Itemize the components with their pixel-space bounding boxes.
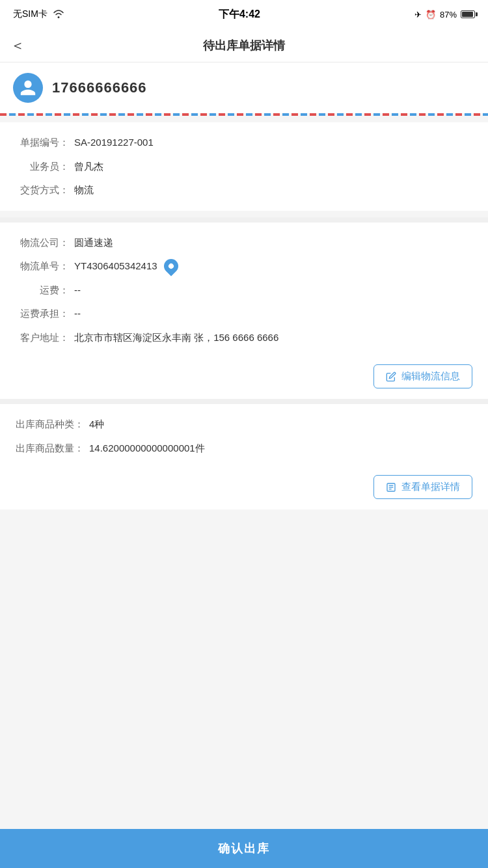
goods-quantity-row: 出库商品数量： 14.62000000000000001件: [16, 441, 472, 456]
location-status-icon: ✈: [414, 10, 422, 20]
detail-btn-label: 查看单据详情: [401, 481, 460, 493]
freight-bearer-value: --: [74, 306, 472, 321]
freight-label: 运费：: [16, 283, 74, 298]
document-number-row: 单据编号： SA-20191227-001: [16, 135, 472, 150]
divider-1: [0, 217, 488, 223]
salesman-value: 曾凡杰: [74, 159, 472, 174]
goods-types-label: 出库商品种类：: [16, 417, 89, 432]
tracking-row: 物流单号： YT4306405342413: [16, 259, 472, 274]
status-time: 下午4:42: [219, 8, 260, 21]
company-value: 圆通速递: [74, 236, 472, 251]
status-right: ✈ ⏰ 87%: [414, 10, 475, 20]
document-icon: [386, 482, 396, 493]
freight-value: --: [74, 283, 472, 298]
goods-types-row: 出库商品种类： 4种: [16, 417, 472, 432]
avatar-icon: [19, 79, 37, 97]
delivery-row: 交货方式： 物流: [16, 183, 472, 198]
document-value: SA-20191227-001: [74, 135, 472, 150]
wifi-icon: [53, 9, 64, 20]
dashed-separator: [0, 113, 488, 116]
freight-bearer-label: 运费承担：: [16, 306, 74, 321]
company-label: 物流公司：: [16, 236, 74, 251]
user-avatar: [13, 73, 43, 103]
user-header: 17666666666: [0, 62, 488, 113]
view-detail-button[interactable]: 查看单据详情: [373, 475, 472, 499]
map-location-icon[interactable]: [161, 256, 181, 277]
confirm-button[interactable]: 确认出库: [13, 841, 475, 856]
goods-section: 出库商品种类： 4种 出库商品数量： 14.62000000000000001件: [0, 404, 488, 468]
delivery-label: 交货方式：: [16, 183, 74, 198]
logistics-section: 物流公司： 圆通速递 物流单号： YT4306405342413 运费： -- …: [0, 223, 488, 359]
logistics-company-row: 物流公司： 圆通速递: [16, 236, 472, 251]
goods-quantity-label: 出库商品数量：: [16, 441, 89, 456]
status-left: 无SIM卡: [13, 8, 64, 20]
divider-2: [0, 399, 488, 404]
page-title: 待出库单据详情: [203, 38, 285, 53]
battery-label: 87%: [440, 10, 457, 20]
salesman-label: 业务员：: [16, 159, 74, 174]
freight-row: 运费： --: [16, 283, 472, 298]
tracking-value: YT4306405342413: [74, 259, 157, 274]
nav-bar: ＜ 待出库单据详情: [0, 29, 488, 62]
freight-bearer-row: 运费承担： --: [16, 306, 472, 321]
alarm-icon: ⏰: [426, 10, 436, 20]
goods-quantity-value: 14.62000000000000001件: [89, 441, 472, 456]
confirm-btn-container: 确认出库: [0, 829, 488, 868]
basic-info-section: 单据编号： SA-20191227-001 业务员： 曾凡杰 交货方式： 物流: [0, 122, 488, 211]
edit-btn-label: 编辑物流信息: [401, 370, 460, 383]
edit-icon: [386, 372, 396, 382]
logistics-outer: 物流公司： 圆通速递 物流单号： YT4306405342413 运费： -- …: [0, 223, 488, 400]
address-value: 北京市市辖区海淀区永丰南 张，156 6666 6666: [74, 331, 472, 346]
tracking-label: 物流单号：: [16, 259, 74, 274]
battery-icon: [461, 10, 475, 18]
detail-btn-row: 查看单据详情: [0, 468, 488, 509]
back-button[interactable]: ＜: [10, 36, 25, 55]
delivery-value: 物流: [74, 183, 472, 198]
user-phone: 17666666666: [52, 79, 147, 96]
document-label: 单据编号：: [16, 135, 74, 150]
edit-logistics-button[interactable]: 编辑物流信息: [373, 364, 472, 388]
edit-btn-row: 编辑物流信息: [0, 358, 488, 399]
salesman-row: 业务员： 曾凡杰: [16, 159, 472, 174]
carrier-label: 无SIM卡: [13, 8, 47, 20]
status-bar: 无SIM卡 下午4:42 ✈ ⏰ 87%: [0, 0, 488, 29]
bottom-spacer: [0, 509, 488, 555]
address-label: 客户地址：: [16, 331, 74, 346]
goods-types-value: 4种: [89, 417, 472, 432]
tracking-value-wrapper: YT4306405342413: [74, 259, 472, 274]
address-row: 客户地址： 北京市市辖区海淀区永丰南 张，156 6666 6666: [16, 331, 472, 346]
